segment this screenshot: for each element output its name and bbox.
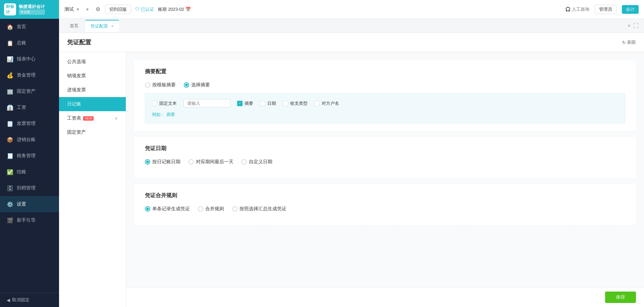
payroll-expand-icon: ∨ [115, 116, 118, 121]
left-nav-purchase-label: 进项发票 [67, 87, 86, 92]
sidebar-item-ledger[interactable]: 📋 总账 [0, 35, 59, 51]
action-bar: 保存 [126, 287, 644, 307]
checkbox-summary[interactable]: ✓ 摘要 [237, 100, 253, 106]
tab-voucher-config[interactable]: 凭证配置 × [85, 20, 119, 32]
tab-right-actions: × ⛶ [628, 23, 639, 29]
checkbox-income-type-box [283, 101, 288, 106]
checkbox-summary-label: 摘要 [245, 100, 253, 106]
tab-home[interactable]: 首页 [64, 20, 84, 32]
cancel-fixed-button[interactable]: ◀ 取消固定 [7, 297, 52, 303]
topbar-actions: + ⚙ 切到旧版 [84, 5, 131, 14]
merge-radio-single[interactable]: 单条记录生成凭证 [145, 206, 190, 212]
save-button[interactable]: 保存 [605, 292, 636, 303]
checkbox-counterpart[interactable]: 对方户名 [314, 100, 339, 106]
sidebar-item-fund[interactable]: 💰 资金管理 [0, 67, 59, 83]
outer-scroll: 摘要配置 按模板摘要 选择摘要 [126, 52, 644, 307]
tab-expand-button[interactable]: ⛶ [633, 23, 639, 29]
ledger-icon: 📋 [7, 40, 13, 46]
sidebar-item-assets[interactable]: 🏢 固定资产 [0, 83, 59, 99]
sidebar-bottom: ◀ 取消固定 [0, 293, 59, 307]
add-button[interactable]: + [84, 5, 91, 14]
logo-text: 畅捷通好会计 [19, 4, 45, 10]
radio-period-last-label: 对应期间最后一天 [196, 159, 233, 165]
sidebar-item-tax[interactable]: 🧾 税务管理 [0, 148, 59, 164]
sidebar-label-assets: 固定资产 [17, 88, 36, 94]
radio-select-circle [184, 82, 189, 88]
switch-version-button[interactable]: 切到旧版 [105, 5, 131, 14]
company-selector[interactable]: 测试 ▼ [64, 6, 80, 12]
radio-merge-rule-circle [198, 206, 203, 212]
sidebar-item-home[interactable]: 🏠 首页 [0, 19, 59, 35]
example-value: 摘要 [166, 112, 175, 117]
report-icon: 📊 [7, 56, 13, 62]
date-radio-diary[interactable]: 按日记账日期 [145, 159, 180, 165]
invoice-icon: 🗒️ [7, 120, 13, 127]
checkbox-date[interactable]: 日期 [260, 100, 276, 106]
tab-close-button[interactable]: × [628, 23, 631, 29]
left-nav-sale-label: 销项发票 [67, 73, 86, 78]
topbar: 测试 ▼ + ⚙ 切到旧版 🛡 已认证 账期 2023-02 📅 🎧 人工咨询 [59, 0, 644, 19]
sidebar-label-fund: 资金管理 [17, 72, 36, 78]
date-section: 凭证日期 按日记账日期 对应期间最后一天 [134, 137, 636, 179]
checkbox-income-type[interactable]: 收支类型 [283, 100, 308, 106]
merge-section: 凭证合并规则 单条记录生成凭证 合并规则 [134, 184, 636, 226]
radio-merge-rule-label: 合并规则 [205, 206, 224, 212]
left-nav-public-label: 公共选项 [67, 59, 86, 64]
sidebar: 好会计 畅捷通好会计 专业版 🏠 首页 📋 总账 📊 报表中心 💰 资金管理 [0, 0, 59, 307]
left-nav-fixed[interactable]: 固定资产 [59, 125, 126, 139]
sidebar-label-tax: 税务管理 [17, 153, 36, 159]
left-nav-purchase[interactable]: 进项发票 [59, 83, 126, 97]
consult-button[interactable]: 🎧 人工咨询 [565, 6, 589, 12]
left-nav-public[interactable]: 公共选项 [59, 55, 126, 69]
left-nav-diary[interactable]: 日记账 [59, 97, 126, 111]
fixed-text-input[interactable] [183, 99, 230, 107]
sidebar-item-invoice[interactable]: 🗒️ 发票管理 [0, 116, 59, 132]
radio-diary-date-circle [145, 159, 150, 165]
sidebar-scroll: 🏠 首页 📋 总账 📊 报表中心 💰 资金管理 🏢 固定资产 👔 工资 [0, 19, 59, 293]
verified-badge: 🛡 已认证 [135, 6, 154, 12]
summary-config-row: 固定文本 ✓ 摘要 日期 [152, 99, 618, 107]
purchase-sale-icon: 📦 [7, 136, 13, 143]
sidebar-label-close: 结账 [17, 169, 26, 175]
tab-voucher-label: 凭证配置 [91, 24, 108, 29]
period-label: 账期 [158, 6, 167, 12]
left-nav-sale[interactable]: 销项发票 [59, 69, 126, 83]
sidebar-label-home: 首页 [17, 24, 26, 30]
summary-title: 摘要配置 [145, 68, 625, 75]
merge-radio-select[interactable]: 按照选择汇总生成凭证 [232, 206, 286, 212]
left-nav-payroll[interactable]: 工资表 NEW ∨ [59, 111, 126, 125]
consult-label: 人工咨询 [572, 6, 589, 12]
checkbox-fixed-text[interactable]: 固定文本 [152, 100, 177, 106]
checkbox-date-box [260, 101, 265, 106]
radio-diary-date-label: 按日记账日期 [152, 159, 180, 165]
sidebar-item-archive[interactable]: 🗄️ 归档管理 [0, 180, 59, 196]
sidebar-item-report[interactable]: 📊 报表中心 [0, 51, 59, 67]
settings-icon: ⚙️ [7, 201, 13, 208]
archive-icon: 🗄️ [7, 185, 13, 191]
sidebar-item-payroll[interactable]: 👔 工资 [0, 99, 59, 116]
summary-radio-select[interactable]: 选择摘要 [184, 82, 210, 88]
sidebar-item-settings[interactable]: ⚙️ 设置 [0, 196, 59, 212]
merge-radio-rule[interactable]: 合并规则 [198, 206, 224, 212]
accountant-button[interactable]: 会计 [622, 5, 639, 14]
content-area: 凭证配置 ↻ 刷新 公共选项 销项发票 进项发票 [59, 33, 644, 307]
sidebar-item-close[interactable]: ✅ 结账 [0, 164, 59, 180]
summary-radio-template[interactable]: 按模板摘要 [145, 82, 176, 88]
sidebar-item-guide[interactable]: 🎬 新手引导 [0, 212, 59, 228]
main-area: 测试 ▼ + ⚙ 切到旧版 🛡 已认证 账期 2023-02 📅 🎧 人工咨询 [59, 0, 644, 307]
sidebar-logo: 好会计 畅捷通好会计 专业版 [0, 0, 59, 19]
date-radio-custom[interactable]: 自定义日期 [241, 159, 272, 165]
tab-home-label: 首页 [70, 23, 78, 28]
refresh-label: 刷新 [627, 39, 636, 45]
date-radio-period-last[interactable]: 对应期间最后一天 [189, 159, 233, 165]
tab-close-icon[interactable]: × [111, 24, 114, 29]
sidebar-item-purchase-sale[interactable]: 📦 进销台账 [0, 132, 59, 148]
refresh-button[interactable]: ↻ 刷新 [622, 39, 636, 45]
company-name: 测试 [64, 6, 74, 12]
settings-button[interactable]: ⚙ [94, 5, 102, 14]
tab-bar: 首页 凭证配置 × × ⛶ [59, 19, 644, 33]
manager-button[interactable]: 管理员 [595, 5, 616, 14]
checkbox-date-label: 日期 [267, 100, 276, 106]
calendar-icon: 📅 [185, 7, 191, 12]
checkbox-fixed-text-box [152, 101, 157, 106]
